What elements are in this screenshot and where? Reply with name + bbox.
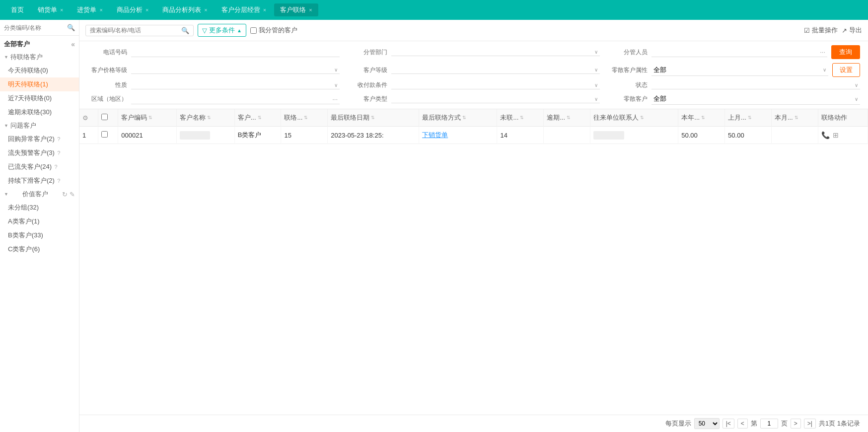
first-page-btn[interactable]: |<: [723, 419, 734, 429]
nav-product-analysis-list[interactable]: 商品分析列表 ×: [156, 3, 213, 16]
ellipsis-icon: ···: [820, 48, 825, 56]
sidebar-group-problem[interactable]: 问题客户: [0, 119, 79, 132]
row-year-amount: 50.00: [678, 127, 725, 144]
my-customers-checkbox-label[interactable]: 我分管的客户: [250, 26, 297, 35]
col-name[interactable]: 客户名称 ⇅: [176, 109, 234, 127]
nav-home[interactable]: 首页: [5, 3, 30, 16]
sidebar-item-ungrouped[interactable]: 未分组(32): [0, 201, 79, 215]
filter-phone-label: 电话号码: [87, 48, 127, 57]
row-checkbox[interactable]: [98, 127, 118, 144]
filter-retail-customer-select[interactable]: 全部 ∨: [651, 93, 860, 105]
sidebar-item-class-c[interactable]: C类客户(6): [0, 242, 79, 256]
query-button[interactable]: 查询: [831, 45, 860, 59]
filter-dept-select[interactable]: ∨: [391, 48, 600, 56]
nav-close-sales[interactable]: ×: [60, 7, 63, 13]
nav-customer-contact[interactable]: 客户联络 ×: [274, 3, 318, 16]
all-customers-header[interactable]: 全部客户 «: [0, 36, 79, 51]
nav-close-product-analysis[interactable]: ×: [145, 7, 148, 13]
more-conditions-btn[interactable]: ▽ 更多条件 ▲: [198, 24, 246, 37]
per-page-select[interactable]: 50 100: [694, 418, 720, 429]
col-this-month[interactable]: 本月... ⇅: [771, 109, 818, 127]
nav-close-product-list[interactable]: ×: [204, 7, 207, 13]
col-customer-type[interactable]: 客户... ⇅: [234, 109, 281, 127]
sidebar-item-churn-warning[interactable]: 流失预警客户(3) ?: [0, 146, 79, 160]
col-checkbox[interactable]: [98, 109, 118, 127]
search-submit-icon[interactable]: 🔍: [181, 27, 189, 34]
export-btn[interactable]: ↗ 导出: [842, 26, 862, 35]
row-last-month-amount: 50.00: [725, 127, 772, 144]
filter-manager-input[interactable]: ···: [651, 47, 827, 57]
sidebar-search-input[interactable]: [4, 24, 65, 31]
col-year-amount[interactable]: 本年... ⇅: [678, 109, 725, 127]
row-name: [176, 127, 234, 144]
filter-customer-type-select[interactable]: ∨: [391, 95, 600, 103]
sidebar-item-today-pending[interactable]: 今天待联络(0): [0, 64, 79, 77]
page-number-input[interactable]: [760, 419, 778, 429]
filter-retail-attr: 零散客户属性 全部 ∨ 设置: [608, 63, 860, 77]
filter-payment-select[interactable]: ∨: [391, 81, 600, 89]
row-action-phone-icon[interactable]: 📞: [821, 131, 830, 139]
filter-nature-select[interactable]: ∨: [131, 81, 340, 89]
select-all-checkbox[interactable]: [101, 114, 108, 120]
col-last-contact-method[interactable]: 最后联络方式 ⇅: [419, 109, 497, 127]
nav-customer-segment[interactable]: 客户分层经营 ×: [216, 3, 272, 16]
sidebar-item-churned[interactable]: 已流失客户(24) ?: [0, 160, 79, 174]
setting-button[interactable]: 设置: [832, 63, 860, 77]
filter-customer-level-label: 客户等级: [348, 66, 387, 74]
row-index: 1: [79, 127, 98, 144]
col-gear[interactable]: ⚙: [79, 109, 98, 127]
col-contact-person[interactable]: 往来单位联系人 ⇅: [590, 109, 678, 127]
nav-close-contact[interactable]: ×: [309, 7, 312, 13]
sidebar-item-class-a[interactable]: A类客户(1): [0, 215, 79, 228]
table-row: 1 000021 B类客户 15 2023-05-23 18:25: 下销货单 …: [79, 127, 868, 144]
col-contact-count[interactable]: 联络... ⇅: [281, 109, 328, 127]
sidebar-item-repurchase-abnormal[interactable]: 回购异常客户(2) ?: [0, 132, 79, 146]
chevron-down-icon3: ∨: [594, 67, 598, 72]
filter-price-level-select[interactable]: ∨: [131, 66, 340, 74]
row-this-month-amount: [771, 127, 818, 144]
filter-region-select[interactable]: ···: [131, 94, 340, 104]
my-customers-checkbox[interactable]: [250, 27, 257, 34]
filter-customer-level-select[interactable]: ∨: [391, 66, 600, 74]
nav-sales-order[interactable]: 销货单 ×: [32, 3, 69, 16]
filter-price-level-label: 客户价格等级: [87, 66, 127, 74]
col-last-month[interactable]: 上月... ⇅: [725, 109, 772, 127]
row-action-grid-icon[interactable]: ⊞: [833, 131, 839, 139]
col-code[interactable]: 客户编码 ⇅: [118, 109, 176, 127]
sidebar-item-class-b[interactable]: B类客户(33): [0, 228, 79, 242]
row-last-contact-method[interactable]: 下销货单: [419, 127, 497, 144]
filter-retail-attr-select[interactable]: 全部 ∨: [651, 65, 828, 76]
filter-status-select[interactable]: ∨: [651, 81, 860, 89]
last-page-btn[interactable]: >|: [804, 419, 816, 429]
col-overdue[interactable]: 逾期... ⇅: [544, 109, 590, 127]
refresh-icon[interactable]: ↻: [62, 191, 68, 198]
nav-purchase-order[interactable]: 进货单 ×: [71, 3, 108, 16]
col-last-contact-date[interactable]: 最后联络日期 ⇅: [328, 109, 419, 127]
row-uncontacted: 14: [497, 127, 544, 144]
filter-retail-customer: 零散客户 全部 ∨: [608, 93, 860, 105]
chevron-down-icon2: ∨: [334, 67, 338, 72]
page-suffix: 页: [781, 419, 788, 428]
filter-phone-input[interactable]: [131, 48, 340, 57]
sort-icon6: ⇅: [462, 115, 466, 120]
sidebar-item-declining[interactable]: 持续下滑客户(2) ?: [0, 174, 79, 188]
collapse-icon[interactable]: «: [71, 40, 75, 48]
sidebar-item-7days-pending[interactable]: 近7天待联络(0): [0, 91, 79, 105]
prev-page-btn[interactable]: <: [737, 419, 748, 429]
search-icon[interactable]: 🔍: [67, 24, 75, 31]
col-uncontacted[interactable]: 未联... ⇅: [497, 109, 544, 127]
nav-close-purchase[interactable]: ×: [99, 7, 102, 13]
sidebar-group-pending[interactable]: 待联络客户: [0, 51, 79, 64]
edit-icon[interactable]: ✎: [70, 191, 75, 198]
next-page-btn[interactable]: >: [791, 419, 801, 429]
chevron-up-icon: ▲: [237, 28, 242, 33]
main-search-input[interactable]: [90, 27, 179, 34]
batch-operation-btn[interactable]: ☑ 批量操作: [804, 26, 838, 35]
nav-product-analysis[interactable]: 商品分析 ×: [111, 3, 154, 16]
row-select-checkbox[interactable]: [101, 131, 108, 138]
nav-close-segment[interactable]: ×: [263, 7, 266, 13]
sidebar-group-value[interactable]: 价值客户 ↻ ✎: [0, 188, 79, 201]
chevron-down-icon7: ∨: [855, 82, 858, 88]
sidebar-item-overdue-pending[interactable]: 逾期未联络(30): [0, 105, 79, 119]
sidebar-item-tomorrow-pending[interactable]: 明天待联络(1): [0, 77, 79, 91]
